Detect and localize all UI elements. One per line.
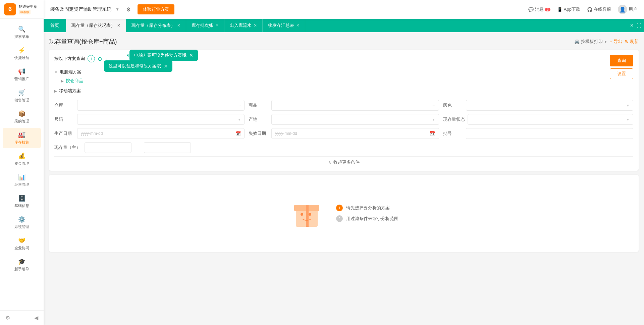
tab-maximize-icon[interactable]: ⛶ (637, 23, 641, 28)
product-select[interactable]: ··· (271, 100, 439, 111)
user-action[interactable]: 👤 用户 (618, 5, 637, 14)
collapse-button[interactable]: ∧ 收起更多条件 (54, 156, 633, 165)
quick-icon: ⚡ (18, 47, 25, 54)
svg-point-4 (309, 213, 311, 216)
tab-inventory-distribution[interactable]: 现存量（库存分布表） ✕ (126, 19, 186, 32)
sidebar-item-enterprise[interactable]: 🤝 企业协同 (3, 233, 41, 254)
inventory-status-label: 现存量状态 (443, 116, 465, 122)
desktop-scheme-sub: ▶ 按仓商品 (54, 76, 633, 85)
qty-max-input[interactable] (144, 142, 191, 153)
tab-close-3[interactable]: ✕ (215, 23, 219, 28)
empty-svg (289, 195, 326, 232)
trial-button[interactable]: 体验行业方案 (138, 4, 174, 14)
color-field: 颜色 ▼ (443, 100, 633, 111)
filter-card: 电脑方案可设为移动方案哦 ✕ 按以下方案查询 + ⊙ ← 这里可以创建和修改方案… (49, 50, 639, 171)
batch-no-input[interactable] (466, 128, 633, 139)
color-select[interactable]: ▼ (466, 100, 633, 111)
user-name: 用户 (629, 6, 637, 12)
main-content: 现存量查询(按仓库+商品) 🖨️ 按模板打印 ▼ ↑ 导出 ↻ 刷新 电脑方案可… (44, 32, 644, 325)
sidebar-item-inventory[interactable]: 🏭 库存核算 (3, 128, 41, 148)
tab-inout-flow[interactable]: 出入库流水 ✕ (224, 19, 263, 32)
color-caret: ▼ (626, 104, 630, 107)
reset-button[interactable]: 设置 (610, 68, 633, 79)
edit-tooltip-text: 这里可以创建和修改方案哦 (109, 63, 161, 69)
inventory-status-select[interactable]: ▼ (468, 114, 633, 125)
system-dropdown-icon[interactable]: ▼ (115, 7, 119, 12)
tab-close-5[interactable]: ✕ (296, 23, 300, 28)
warehouse-field: 仓库 ··· (54, 100, 245, 111)
tab-inventory-status[interactable]: 现存量（库存状况表） ✕ (66, 19, 126, 32)
filter-row-1: 仓库 ··· 商品 ··· 颜色 ▼ (54, 100, 633, 111)
tab-home[interactable]: 首页 (44, 19, 66, 32)
scheme-tooltip-close[interactable]: ✕ (189, 53, 193, 58)
tab-close-2[interactable]: ✕ (177, 23, 180, 28)
message-badge: 6 (545, 8, 550, 11)
app-download-action[interactable]: 📱 App下载 (557, 6, 580, 12)
sidebar-item-finance[interactable]: 💰 资金管理 (3, 149, 41, 169)
expiry-date-input[interactable]: yyyy-mm-dd 📅 (271, 128, 439, 139)
sidebar-item-sales[interactable]: 🛒 销售管理 (3, 86, 41, 106)
sidebar-item-marketing[interactable]: 📢 营销推广 (3, 64, 41, 85)
message-action[interactable]: 💬 消息 6 (528, 6, 550, 12)
logo-icon: 6 (4, 3, 16, 15)
export-icon: ↑ (610, 39, 612, 44)
sidebar-item-basic[interactable]: 🗄️ 基础信息 (3, 191, 41, 212)
qty-min-input[interactable] (85, 142, 131, 153)
production-date-input[interactable]: yyyy-mm-dd 📅 (77, 128, 245, 139)
header-left: 装备及固定资产辅助管理系统 ▼ ⚙ 体验行业方案 (50, 4, 174, 14)
collapse-sidebar-icon[interactable]: ◀ (34, 315, 38, 321)
origin-label: 产地 (249, 116, 269, 122)
tab-summary[interactable]: 收发存汇总表 ✕ (263, 19, 305, 32)
tab-close-all-icon[interactable]: ✕ (630, 23, 634, 28)
size-select[interactable]: ▼ (77, 114, 245, 125)
tab-close-1[interactable]: ✕ (117, 23, 120, 28)
sidebar-item-purchase[interactable]: 📦 采购管理 (3, 107, 41, 127)
filter-action-buttons: 查询 设置 (610, 55, 633, 79)
print-action[interactable]: 🖨️ 按模板打印 ▼ (574, 39, 607, 45)
expand-mobile-icon: ▶ (54, 89, 57, 93)
filter-dots-btn[interactable]: ⊙ (98, 56, 102, 62)
tab-batch-account[interactable]: 库存批次账 ✕ (186, 19, 224, 32)
sidebar-logo: 6 畅通好生意 标准版 (0, 0, 44, 19)
sidebar-menu: 🔍 搜索菜单 ⚡ 快捷导航 📢 营销推广 🛒 销售管理 📦 采购管理 🏭 库存核… (0, 19, 44, 310)
tab-close-4[interactable]: ✕ (254, 23, 257, 28)
sidebar-item-label: 采购管理 (14, 119, 29, 124)
sidebar-item-quick[interactable]: ⚡ 快捷导航 (3, 43, 41, 64)
settings-bottom-icon[interactable]: ⚙ (5, 315, 10, 321)
expiry-date-field: 失效日期 yyyy-mm-dd 📅 (249, 128, 439, 139)
step-1-number: 1 (336, 205, 343, 211)
refresh-icon: ↻ (625, 39, 629, 44)
filter-add-button[interactable]: + (88, 55, 95, 62)
sidebar: 6 畅通好生意 标准版 🔍 搜索菜单 ⚡ 快捷导航 📢 营销推广 🛒 销售管理 … (0, 0, 44, 325)
step-1-text: 请先选择要分析的方案 (346, 205, 390, 211)
avatar: 👤 (618, 5, 627, 14)
empty-state-card: 1 请先选择要分析的方案 2 用过滤条件来缩小分析范围 (49, 175, 639, 252)
product-label: 商品 (249, 102, 269, 108)
refresh-action[interactable]: ↻ 刷新 (625, 39, 639, 45)
edit-tooltip-close[interactable]: ✕ (164, 63, 168, 69)
empty-step-2: 2 用过滤条件来缩小分析范围 (336, 215, 398, 222)
sidebar-item-system[interactable]: ⚙️ 系统管理 (3, 212, 41, 233)
sidebar-item-search[interactable]: 🔍 搜索菜单 (3, 22, 41, 43)
mobile-scheme-item[interactable]: ▶ 移动端方案 (54, 87, 633, 95)
origin-caret: ▼ (432, 118, 435, 121)
sidebar-item-label: 新手引导 (14, 267, 29, 272)
scheme-tooltip-text: 电脑方案可设为移动方案哦 (134, 52, 186, 58)
sidebar-item-operations[interactable]: 📊 经营管理 (3, 170, 41, 191)
empty-steps: 1 请先选择要分析的方案 2 用过滤条件来缩小分析范围 (336, 205, 398, 222)
origin-field: 产地 ▼ (249, 114, 439, 125)
origin-select[interactable]: ▼ (271, 114, 439, 125)
desktop-sub-item[interactable]: ▶ 按仓商品 (61, 76, 633, 85)
online-service-action[interactable]: 🎧 在线客服 (587, 6, 611, 12)
sales-icon: 🛒 (18, 89, 25, 96)
batch-no-label: 批号 (443, 130, 463, 137)
sidebar-item-label: 快捷导航 (14, 55, 29, 60)
query-button[interactable]: 查询 (610, 55, 633, 66)
gear-icon[interactable]: ⚙ (123, 4, 133, 14)
warehouse-select[interactable]: ··· (77, 100, 245, 111)
sidebar-item-label: 营销推广 (14, 76, 29, 82)
sidebar-item-guide[interactable]: 🎓 新手引导 (3, 255, 41, 275)
inventory-status-field: 现存量状态 ▼ (443, 114, 633, 125)
export-action[interactable]: ↑ 导出 (610, 39, 623, 45)
sidebar-item-label: 经营管理 (14, 182, 29, 187)
